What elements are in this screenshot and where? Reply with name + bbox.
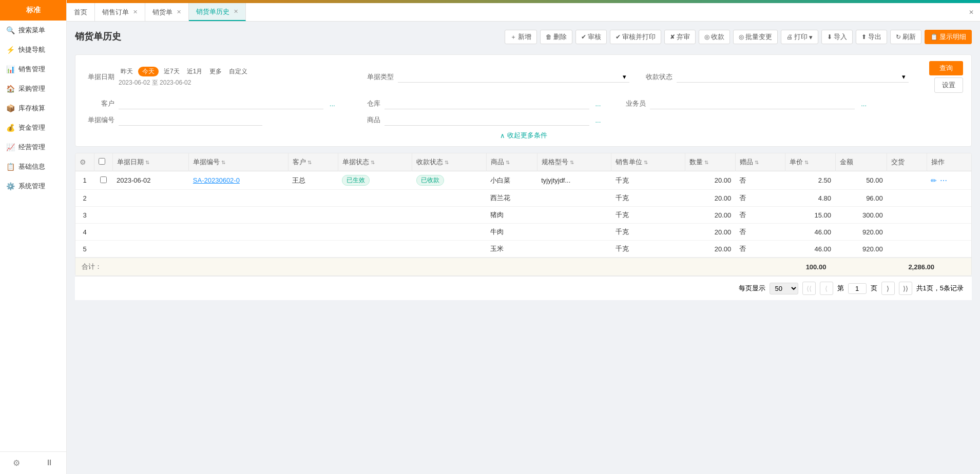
- th-unit[interactable]: 销售单位 ⇅: [611, 153, 685, 171]
- page-last-btn[interactable]: ⟩⟩: [899, 282, 912, 295]
- sidebar-collapse-icon[interactable]: ⏸: [43, 456, 55, 470]
- tab-sales-goods-close[interactable]: ✕: [177, 9, 181, 15]
- cell-checkbox: [94, 190, 112, 207]
- edit-action-icon[interactable]: ✏: [931, 176, 937, 185]
- doc-no-link[interactable]: SA-20230602-0: [193, 176, 240, 184]
- select-all-checkbox[interactable]: [99, 158, 105, 165]
- sidebar-item-basic-info[interactable]: 📋 基础信息: [0, 157, 66, 176]
- goods-ellipsis[interactable]: ...: [593, 116, 603, 124]
- th-qty[interactable]: 数量 ⇅: [685, 153, 735, 171]
- delete-button[interactable]: 🗑 删除: [540, 30, 572, 44]
- cell-collect-status: [412, 190, 486, 207]
- tab-sales-order[interactable]: 销售订单 ✕: [95, 3, 145, 21]
- cell-doc-no: [189, 190, 288, 207]
- audit-print-button[interactable]: ✔ 审核并打印: [610, 30, 661, 44]
- filter-date: 单据日期 昨天 今天 近7天 近1月 更多 自定义 2023-06-02 至 2…: [84, 67, 351, 87]
- th-customer[interactable]: 客户 ⇅: [288, 153, 338, 171]
- show-detail-button[interactable]: 📋 显示明细: [925, 30, 972, 44]
- th-goods[interactable]: 商品 ⇅: [486, 153, 537, 171]
- page-prev-btn[interactable]: ⟨: [820, 282, 833, 295]
- tab-sales-goods[interactable]: 销货单 ✕: [145, 3, 189, 21]
- salesperson-input[interactable]: [650, 98, 855, 109]
- sidebar-item-sales-mgmt[interactable]: 📊 销售管理: [0, 60, 66, 79]
- th-doc-date[interactable]: 单据日期 ⇅: [112, 153, 189, 171]
- cell-gift: 否: [735, 224, 785, 241]
- customer-ellipsis[interactable]: ...: [328, 100, 337, 108]
- page-first-btn[interactable]: ⟨⟨: [802, 282, 816, 295]
- date-shortcut-today[interactable]: 今天: [138, 67, 159, 76]
- th-settings[interactable]: ⚙: [75, 153, 94, 171]
- collect-status-dropdown-icon: ▾: [902, 73, 906, 81]
- page-current-input[interactable]: [848, 283, 867, 294]
- sidebar-item-inventory[interactable]: 📦 库存核算: [0, 98, 66, 118]
- th-spec[interactable]: 规格型号 ⇅: [537, 153, 611, 171]
- filter-row-1: 单据日期 昨天 今天 近7天 近1月 更多 自定义 2023-06-02 至 2…: [84, 61, 963, 93]
- cell-gift: 否: [735, 171, 785, 190]
- row-checkbox[interactable]: [100, 176, 107, 183]
- batch-change-button[interactable]: ◎ 批量变更: [733, 30, 778, 44]
- abandon-button[interactable]: ✘ 弃审: [664, 30, 696, 44]
- tab-sales-order-close[interactable]: ✕: [133, 9, 138, 15]
- footer-total-amount: 2,286.00: [908, 263, 934, 271]
- set-button[interactable]: 设置: [934, 77, 963, 93]
- sidebar-settings-icon[interactable]: ⚙: [11, 456, 22, 470]
- doc-no-input[interactable]: [119, 114, 262, 126]
- table-header-row: ⚙ 单据日期 ⇅ 单据编号: [75, 153, 971, 171]
- sidebar-item-purchase-mgmt[interactable]: 🏠 采购管理: [0, 79, 66, 98]
- cell-doc-date: 2023-06-02: [112, 171, 189, 190]
- th-unit-price[interactable]: 单价 ⇅: [785, 153, 835, 171]
- warehouse-input[interactable]: [385, 98, 589, 109]
- tab-home[interactable]: 首页: [67, 3, 95, 21]
- warehouse-ellipsis[interactable]: ...: [593, 100, 603, 108]
- th-gift[interactable]: 赠品 ⇅: [735, 153, 785, 171]
- tab-sales-history-close[interactable]: ✕: [234, 8, 238, 15]
- new-button[interactable]: ＋ 新增: [505, 30, 537, 44]
- collect-button[interactable]: ◎ 收款: [699, 30, 730, 44]
- cell-trade: [887, 241, 927, 258]
- date-shortcut-custom[interactable]: 自定义: [227, 67, 249, 76]
- th-collect-status[interactable]: 收款状态 ⇅: [412, 153, 486, 171]
- abandon-icon: ✘: [670, 33, 675, 41]
- filter-doc-type: 单据类型 ▾: [363, 71, 630, 83]
- sidebar-item-quick-nav[interactable]: ⚡ 快捷导航: [0, 40, 66, 60]
- cell-spec: tyjyjtyjdf...: [537, 171, 611, 190]
- filter-row-2: 客户 ... 仓库 ... 业务员 ...: [84, 98, 963, 109]
- cell-unit-price: 2.50: [785, 171, 835, 190]
- doc-no-label: 单据编号: [84, 115, 114, 125]
- collect-status-select[interactable]: ▾: [677, 71, 909, 83]
- th-doc-no[interactable]: 单据编号 ⇅: [189, 153, 288, 171]
- customer-input[interactable]: [119, 98, 323, 109]
- cell-checkbox: [94, 241, 112, 258]
- tab-sales-history[interactable]: 销货单历史 ✕: [189, 3, 246, 21]
- date-shortcut-more[interactable]: 更多: [207, 67, 224, 76]
- settings-gear-icon[interactable]: ⚙: [80, 158, 86, 166]
- sidebar-item-sys-mgmt[interactable]: ⚙️ 系统管理: [0, 176, 66, 196]
- date-shortcut-yesterday[interactable]: 昨天: [119, 67, 135, 76]
- date-shortcuts: 昨天 今天 近7天 近1月 更多 自定义 2023-06-02 至 2023-0…: [119, 67, 249, 87]
- more-action-icon[interactable]: ⋯: [940, 176, 947, 185]
- refresh-button[interactable]: ↻ 刷新: [890, 30, 921, 44]
- tabs-close-all[interactable]: ✕: [963, 9, 980, 16]
- cell-doc-status: 已生效: [338, 171, 412, 190]
- export-button[interactable]: ⬆ 导出: [856, 30, 887, 44]
- date-shortcut-1month[interactable]: 近1月: [185, 67, 205, 76]
- doc-type-select[interactable]: ▾: [398, 71, 630, 83]
- collapse-button[interactable]: ∧ 收起更多条件: [84, 131, 963, 140]
- import-button[interactable]: ⬇ 导入: [821, 30, 853, 44]
- query-button[interactable]: 查询: [929, 61, 963, 75]
- audit-button[interactable]: ✔ 审核: [575, 30, 607, 44]
- sidebar-item-search-menu[interactable]: 🔍 搜索菜单: [0, 21, 66, 40]
- tab-sales-history-label: 销货单历史: [196, 7, 229, 16]
- th-doc-status[interactable]: 单据状态 ⇅: [338, 153, 412, 171]
- page-size-select[interactable]: 50 100: [770, 283, 798, 294]
- page-next-btn[interactable]: ⟩: [881, 282, 895, 295]
- print-button[interactable]: 🖨 打印 ▾: [781, 30, 818, 44]
- date-shortcut-7days[interactable]: 近7天: [162, 67, 182, 76]
- cell-amount: 96.00: [835, 190, 887, 207]
- table-row: 3猪肉千克20.00否15.00300.00: [75, 207, 971, 224]
- sidebar-item-label: 资金管理: [18, 123, 45, 132]
- sidebar-item-biz-mgmt[interactable]: 📈 经营管理: [0, 137, 66, 157]
- salesperson-ellipsis[interactable]: ...: [859, 100, 869, 108]
- goods-input[interactable]: [385, 114, 589, 126]
- sidebar-item-fund-mgmt[interactable]: 💰 资金管理: [0, 118, 66, 137]
